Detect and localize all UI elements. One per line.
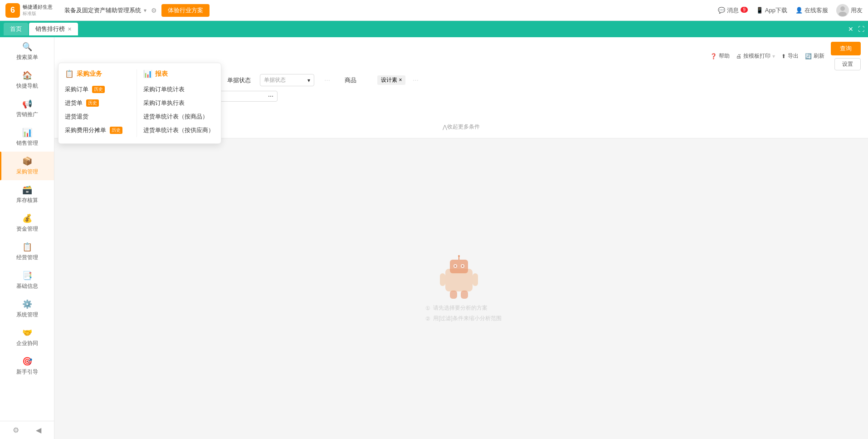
- receipt-stat-product-label: 进货单统计表（按商品）: [143, 113, 208, 121]
- sidebar-item-sales-mgmt[interactable]: 📊 销售管理: [0, 123, 54, 152]
- export-btn[interactable]: ⬆ 导出: [781, 52, 799, 60]
- dropdown-item-receipt-stat-product[interactable]: 进货单统计表（按商品）: [143, 110, 215, 123]
- dropdown-item-return-goods[interactable]: 进货退货: [65, 110, 137, 123]
- svg-point-7: [462, 265, 463, 267]
- purchase-mgmt-icon: 📦: [22, 156, 32, 166]
- top-bar: 6 畅捷通好生意 标准版 装备及固定资产辅助管理系统 ▾ ⚙ 体验行业方案 💬 …: [0, 0, 868, 21]
- tab-expand-icon[interactable]: ⛶: [858, 25, 864, 33]
- reports-section-label: 报表: [155, 70, 168, 78]
- tab-sales-ranking-close[interactable]: ✕: [68, 26, 72, 32]
- dropdown-item-purchase-expense[interactable]: 采购费用分摊单 历史: [65, 123, 137, 137]
- sidebar-item-search-menu[interactable]: 🔍 搜索菜单: [0, 37, 54, 66]
- empty-robot-svg: [434, 255, 488, 301]
- refresh-icon: 🔄: [805, 53, 812, 59]
- app-icon: 📱: [756, 7, 763, 14]
- dropdown-item-purchase-order-exec[interactable]: 采购订单执行表: [143, 96, 215, 110]
- sidebar-item-inventory-check[interactable]: 🗃️ 库存核算: [0, 180, 54, 209]
- empty-hint-text-2: 用[过滤]条件来缩小分析范围: [433, 315, 502, 322]
- receipt-stat-supplier-label: 进货单统计表（按供应商）: [143, 126, 214, 134]
- sidebar-item-operations-mgmt[interactable]: 📋 经营管理: [0, 237, 54, 266]
- print-btn[interactable]: 🖨 按模板打印 ▾: [736, 52, 775, 60]
- dropdown-item-receipt-stat-supplier[interactable]: 进货单统计表（按供应商）: [143, 123, 215, 137]
- operations-mgmt-icon: 📋: [22, 242, 32, 252]
- operations-mgmt-label: 经营管理: [16, 254, 38, 261]
- app-download-item[interactable]: 📱 App下载: [756, 6, 787, 15]
- logo-tag: 标准版: [23, 10, 53, 17]
- print-arrow: ▾: [772, 53, 775, 59]
- notification-badge: 9: [741, 7, 748, 13]
- logo-icon: 6: [5, 3, 20, 18]
- empty-hint-text-1: 请先选择要分析的方案: [433, 304, 488, 312]
- dropdown-menu: 📋 采购业务 采购订单 历史 进货单 历史 进货退货 采购费用分摊单 历史: [58, 63, 221, 144]
- tab-home[interactable]: 首页: [4, 23, 28, 35]
- dropdown-item-purchase-order-stat[interactable]: 采购订单统计表: [143, 83, 215, 96]
- reports-section-icon: 📊: [143, 69, 152, 78]
- receipt-history-badge: 历史: [86, 99, 99, 107]
- collapse-label: 收起更多条件: [447, 123, 480, 131]
- basic-info-label: 基础信息: [16, 282, 38, 290]
- online-service-item[interactable]: 👤 在线客服: [795, 6, 828, 15]
- purchase-mgmt-label: 采购管理: [16, 168, 38, 176]
- sidebar-collapse-icon[interactable]: ◀: [36, 426, 41, 434]
- sales-mgmt-label: 销售管理: [16, 139, 38, 147]
- query-btn[interactable]: 查询: [831, 42, 861, 55]
- return-goods-label: 进货退货: [65, 113, 88, 121]
- system-settings-icon[interactable]: ⚙: [151, 7, 157, 14]
- tab-sales-ranking[interactable]: 销售排行榜 ✕: [29, 23, 78, 35]
- print-label: 按模板打印: [743, 52, 770, 60]
- empty-num-2: ②: [425, 316, 430, 322]
- sidebar-item-system-mgmt[interactable]: ⚙️ 系统管理: [0, 295, 54, 323]
- help-btn[interactable]: ❓ 帮助: [710, 52, 730, 60]
- notification-item[interactable]: 💬 消息 9: [718, 6, 748, 15]
- tab-home-label: 首页: [10, 25, 22, 33]
- system-title-arrow[interactable]: ▾: [144, 7, 146, 14]
- doc-status-select[interactable]: 单据状态 ▾: [260, 74, 314, 86]
- sidebar-item-beginner-guide[interactable]: 🎯 新手引导: [0, 352, 54, 380]
- dropdown-item-receipt[interactable]: 进货单 历史: [65, 96, 137, 110]
- purchase-expense-label: 采购费用分摊单: [65, 126, 106, 134]
- quick-nav-icon: 🏠: [22, 70, 32, 80]
- sidebar-item-purchase-mgmt[interactable]: 📦 采购管理: [0, 152, 54, 180]
- quick-nav-label: 快捷导航: [16, 82, 38, 90]
- main-layout: 🔍 搜索菜单 🏠 快捷导航 📢 营销推广 📊 销售管理 📦 采购管理 🗃️ 库存…: [0, 37, 868, 439]
- sidebar-item-quick-nav[interactable]: 🏠 快捷导航: [0, 66, 54, 94]
- app-download-label: App下载: [765, 6, 787, 15]
- dropdown-item-purchase-order[interactable]: 采购订单 历史: [65, 83, 137, 96]
- purchase-order-exec-label: 采购订单执行表: [143, 99, 185, 107]
- sidebar-item-enterprise-coop[interactable]: 🤝 企业协同: [0, 323, 54, 352]
- service-icon: 👤: [795, 7, 803, 14]
- reports-section-title: 📊 报表: [143, 69, 215, 78]
- inventory-check-label: 库存核算: [16, 197, 38, 204]
- tab-bar: 首页 销售排行榜 ✕ ✕ ⛶: [0, 21, 868, 37]
- industry-btn[interactable]: 体验行业方案: [161, 4, 210, 17]
- purchase-section-label: 采购业务: [77, 70, 102, 78]
- refresh-label: 刷新: [814, 52, 824, 60]
- fund-mgmt-label: 资金管理: [16, 225, 38, 233]
- tab-close-icon[interactable]: ✕: [848, 25, 853, 33]
- empty-hint-2: ② 用[过滤]条件来缩小分析范围: [425, 315, 502, 322]
- sidebar-settings-icon[interactable]: ⚙: [13, 426, 19, 434]
- basic-info-icon: 📑: [22, 271, 32, 281]
- marketing-icon: 📢: [22, 99, 32, 109]
- help-label: 帮助: [719, 52, 730, 60]
- svg-point-0: [840, 6, 845, 11]
- purchase-order-label: 采购订单: [65, 85, 88, 94]
- purchase-order-stat-label: 采购订单统计表: [143, 85, 185, 94]
- svg-point-1: [839, 12, 847, 16]
- user-name: 用友: [851, 6, 863, 15]
- sidebar-item-basic-info[interactable]: 📑 基础信息: [0, 266, 54, 295]
- purchase-section-title: 📋 采购业务: [65, 69, 137, 78]
- empty-illustration: [434, 255, 488, 301]
- svg-rect-10: [473, 273, 478, 286]
- collapse-icon: ⋀: [443, 124, 447, 130]
- sidebar-item-fund-mgmt[interactable]: 💰 资金管理: [0, 209, 54, 237]
- search-menu-label: 搜索菜单: [16, 54, 38, 61]
- refresh-btn[interactable]: 🔄 刷新: [805, 52, 824, 60]
- goods-tag: 设计素 ×: [377, 75, 405, 85]
- set-btn[interactable]: 设置: [834, 58, 861, 70]
- receipt-label: 进货单: [65, 99, 83, 107]
- tab-close-all: ✕ ⛶: [848, 25, 864, 33]
- system-title-text: 装备及固定资产辅助管理系统: [64, 6, 141, 15]
- sidebar-item-marketing[interactable]: 📢 营销推广: [0, 94, 54, 123]
- user-item[interactable]: 用友: [836, 4, 863, 17]
